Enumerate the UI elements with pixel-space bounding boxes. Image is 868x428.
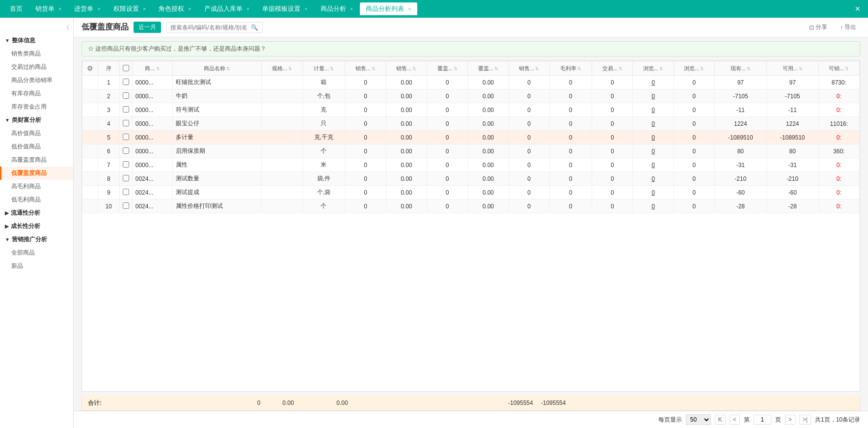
close-icon[interactable]: × xyxy=(408,6,411,12)
sidebar-item-low-value[interactable]: 低价值商品 xyxy=(0,140,73,153)
sidebar-item-category-rate[interactable]: 商品分类动销率 xyxy=(0,74,73,87)
th-browse1[interactable]: 浏览...⇅ xyxy=(633,61,674,76)
td-checkbox[interactable] xyxy=(119,103,132,117)
select-all-checkbox[interactable] xyxy=(123,65,129,71)
sidebar-item-new-goods[interactable]: 新品 xyxy=(0,259,73,273)
close-icon[interactable]: × xyxy=(97,6,100,12)
th-name[interactable]: 商品名称⇅ xyxy=(173,61,262,76)
sidebar-item-stocked-goods[interactable]: 有库存商品 xyxy=(0,87,73,100)
td-browse1[interactable]: 0 xyxy=(633,200,674,213)
th-sales-qty[interactable]: 销售...⇅ xyxy=(345,61,386,76)
nav-tab-template[interactable]: 单据模板设置 × xyxy=(256,2,313,15)
sidebar-item-inventory-capital[interactable]: 库存资金占用 xyxy=(0,100,73,114)
nav-tab-production[interactable]: 产成品入库单 × xyxy=(198,2,255,15)
close-icon[interactable]: × xyxy=(246,6,249,12)
sidebar-item-high-coverage[interactable]: 高覆盖度商品 xyxy=(0,153,73,167)
sidebar-item-all-goods[interactable]: 全部商品 xyxy=(0,246,73,259)
window-close-button[interactable]: × xyxy=(851,4,864,14)
time-filter-button[interactable]: 近一月 xyxy=(134,22,161,33)
settings-icon[interactable]: ⚙ xyxy=(87,64,93,72)
th-sales-amt[interactable]: 销售...⇅ xyxy=(386,61,427,76)
row-checkbox[interactable] xyxy=(123,134,129,140)
td-browse1[interactable]: 0 xyxy=(633,158,674,172)
td-checkbox[interactable] xyxy=(119,144,132,158)
nav-tab-goods-analysis-list[interactable]: 商品分析列表 × xyxy=(360,2,417,15)
th-coverage1[interactable]: 覆盖...⇅ xyxy=(427,61,467,76)
sidebar-item-high-margin[interactable]: 高毛利商品 xyxy=(0,180,73,193)
td-no: 6 xyxy=(98,144,120,158)
close-icon[interactable]: × xyxy=(304,6,307,12)
row-checkbox[interactable] xyxy=(123,106,129,113)
row-checkbox[interactable] xyxy=(123,92,129,99)
close-icon[interactable]: × xyxy=(188,6,191,12)
td-checkbox[interactable] xyxy=(119,131,132,144)
row-checkbox[interactable] xyxy=(123,189,129,195)
td-checkbox[interactable] xyxy=(119,186,132,200)
row-checkbox[interactable] xyxy=(123,147,129,154)
search-input[interactable] xyxy=(170,24,249,31)
td-checkbox[interactable] xyxy=(119,172,132,186)
th-code[interactable]: 商...⇅ xyxy=(132,61,173,76)
next-page-button[interactable]: > xyxy=(785,415,795,425)
th-trade[interactable]: 交易...⇅ xyxy=(592,61,633,76)
td-browse1[interactable]: 0 xyxy=(633,89,674,103)
sidebar-collapse-button[interactable]: 《 xyxy=(0,22,73,34)
td-checkbox[interactable] xyxy=(119,76,132,89)
close-icon[interactable]: × xyxy=(143,6,146,12)
nav-tab-home[interactable]: 首页 xyxy=(4,2,28,15)
page-number-input[interactable] xyxy=(754,415,771,425)
th-checkbox[interactable] xyxy=(119,61,132,76)
nav-tab-purchase[interactable]: 进货单 × xyxy=(68,2,106,15)
row-checkbox[interactable] xyxy=(123,79,129,85)
td-browse1[interactable]: 0 xyxy=(633,172,674,186)
th-sellable[interactable]: 可销...⇅ xyxy=(818,61,859,76)
th-gross-rate[interactable]: 毛利率⇅ xyxy=(549,61,592,76)
th-sales-x[interactable]: 销售...⇅ xyxy=(509,61,549,76)
table-row: 8 0024... 测试数量 袋,件 0 0.00 0 0.00 0 0 0 0… xyxy=(82,172,860,186)
th-settings[interactable]: ⚙ xyxy=(82,61,98,76)
close-icon[interactable]: × xyxy=(350,6,353,12)
th-coverage2[interactable]: 覆盖...⇅ xyxy=(468,61,509,76)
th-current[interactable]: 现有...⇅ xyxy=(714,61,766,76)
sidebar-item-low-coverage[interactable]: 低覆盖度商品 xyxy=(0,167,73,180)
th-spec[interactable]: 规格...⇅ xyxy=(262,61,302,76)
sidebar-section-circulation[interactable]: ▶ 流通性分析 xyxy=(0,206,73,220)
export-button[interactable]: ↑ 导出 xyxy=(836,22,860,33)
prev-page-button[interactable]: < xyxy=(730,415,740,425)
nav-tab-roles[interactable]: 角色授权 × xyxy=(153,2,197,15)
td-checkbox[interactable] xyxy=(119,117,132,131)
td-checkbox[interactable] xyxy=(119,89,132,103)
sidebar-section-overall[interactable]: ▼ 整体信息 xyxy=(0,34,73,47)
td-checkbox[interactable] xyxy=(119,158,132,172)
last-page-button[interactable]: >| xyxy=(799,415,811,425)
sidebar-section-marketing[interactable]: ▼ 营销推广分析 xyxy=(0,233,73,246)
row-checkbox[interactable] xyxy=(123,161,129,168)
sidebar-section-wealth[interactable]: ▼ 类财富分析 xyxy=(0,114,73,127)
close-icon[interactable]: × xyxy=(58,6,61,12)
row-checkbox[interactable] xyxy=(123,202,129,209)
first-page-button[interactable]: K xyxy=(715,415,726,425)
td-checkbox[interactable] xyxy=(119,200,132,213)
th-browse2[interactable]: 浏览...⇅ xyxy=(674,61,714,76)
nav-tab-goods-analysis[interactable]: 商品分析 × xyxy=(315,2,359,15)
td-browse1[interactable]: 0 xyxy=(633,76,674,89)
per-page-select[interactable]: 50 20 100 200 xyxy=(686,414,711,425)
share-button[interactable]: ⊡ 分享 xyxy=(805,22,831,33)
sidebar-item-high-value[interactable]: 高价值商品 xyxy=(0,127,73,140)
row-checkbox[interactable] xyxy=(123,120,129,126)
nav-tab-sales[interactable]: 销货单 × xyxy=(29,2,67,15)
row-checkbox[interactable] xyxy=(123,175,129,181)
sidebar-item-sales-goods[interactable]: 销售类商品 xyxy=(0,47,73,60)
td-browse1[interactable]: 0 xyxy=(633,186,674,200)
td-browse1[interactable]: 0 xyxy=(633,144,674,158)
nav-tab-permissions[interactable]: 权限设置 × xyxy=(108,2,152,15)
sidebar-item-low-margin[interactable]: 低毛利商品 xyxy=(0,193,73,206)
search-icon[interactable]: 🔍 xyxy=(251,24,258,31)
th-unit[interactable]: 计量...⇅ xyxy=(302,61,345,76)
sidebar-item-traded-goods[interactable]: 交易过的商品 xyxy=(0,60,73,74)
td-browse1[interactable]: 0 xyxy=(633,131,674,144)
td-browse1[interactable]: 0 xyxy=(633,117,674,131)
td-browse1[interactable]: 0 xyxy=(633,103,674,117)
sidebar-section-growth[interactable]: ▶ 成长性分析 xyxy=(0,220,73,233)
th-available[interactable]: 可用...⇅ xyxy=(766,61,818,76)
